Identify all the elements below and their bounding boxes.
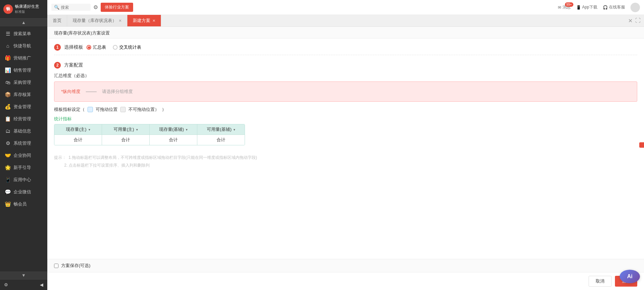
chevron-down-icon-3[interactable]: ▾ [233, 128, 235, 131]
right-expand-handle[interactable]: 展 [639, 142, 644, 148]
save-label: 方案保存(可选) [61, 263, 91, 269]
settings-icon[interactable]: ⚙ [93, 4, 98, 10]
step1-title: 1 选择模板 汇总表 交叉统计表 [54, 44, 637, 51]
search-input[interactable] [61, 5, 88, 10]
online-service-btn[interactable]: 🎧 在线客服 [603, 4, 625, 10]
messages-btn[interactable]: ✉ 消息 99+ [558, 4, 571, 10]
online-service-label: 在线客服 [609, 4, 625, 10]
tab-resize-icon[interactable]: ⛶ [635, 18, 641, 24]
tab-new-plan[interactable]: 新建方案 ✕ [127, 15, 161, 26]
sidebar-settings-icon[interactable]: ⚙ [4, 282, 8, 287]
stat-col-0-header[interactable]: 现存量(主) ▾ [54, 124, 102, 135]
radio-cross-circle [113, 45, 118, 50]
tab-inventory[interactable]: 现存量（库存状况表） ✕ [67, 15, 127, 26]
sidebar-item-purchase[interactable]: 🛍 采购管理 [0, 76, 47, 89]
sidebar-item-finance[interactable]: 💰 资金管理 [0, 101, 47, 113]
sidebar-item-marketing[interactable]: 🎁 营销推广 [0, 52, 47, 64]
dimension-required-label: 汇总维度（必选） [54, 73, 637, 79]
stat-col-3-header[interactable]: 可用量(基辅) ▾ [197, 124, 245, 135]
stat-col-1-header[interactable]: 可用量(主) ▾ [102, 124, 149, 135]
tip-text-2: 2. 点击标题栏下拉可设置排序、插入列和删除列 [54, 162, 637, 169]
inventory-icon: 📦 [5, 92, 11, 98]
immovable-tag [120, 107, 126, 112]
app-download-label: App下载 [582, 4, 597, 10]
sidebar-item-cooperation[interactable]: 🤝 企业协同 [0, 149, 47, 162]
ai-badge[interactable]: Ai [620, 270, 640, 283]
chevron-down-icon-1[interactable]: ▾ [136, 128, 138, 131]
chevron-down-icon-0[interactable]: ▾ [89, 128, 90, 131]
sidebar-item-appcenter[interactable]: 📱 应用中心 [0, 174, 47, 186]
stat-col-2-header[interactable]: 现存量(基辅) ▾ [150, 124, 197, 135]
stat-section: 统计指标 现存量(主) ▾ 合计 [54, 116, 637, 146]
step2-title: 2 方案配置 [54, 62, 637, 69]
stat-col-2: 现存量(基辅) ▾ 合计 [150, 124, 197, 145]
sidebar-item-management-label: 经营管理 [14, 116, 31, 122]
sidebar-item-search[interactable]: ☰ 搜索菜单 [0, 28, 47, 40]
sidebar-item-sysadmin[interactable]: ⚙ 系统管理 [0, 137, 47, 149]
chevron-down-icon-2[interactable]: ▾ [186, 128, 188, 131]
search-menu-icon: ☰ [5, 31, 11, 37]
sidebar-item-inventory[interactable]: 📦 库存核算 [0, 89, 47, 101]
sysadmin-icon: ⚙ [5, 140, 11, 146]
cooperation-icon: 🤝 [5, 152, 11, 159]
step1-badge: 1 [54, 44, 61, 51]
user-avatar[interactable] [630, 3, 640, 12]
stat-col-0: 现存量(主) ▾ 合计 [54, 124, 102, 145]
sidebar-collapse-icon[interactable]: ◀ [40, 282, 43, 287]
tips-section: 提示： 1.拖动标题栏可以调整布局，不可跨维度或指标区域拖动栏目字段(只能在同一… [54, 152, 637, 173]
template-radio-group: 汇总表 交叉统计表 [86, 44, 141, 50]
sidebar-item-basicinfo[interactable]: 🗂 基础信息 [0, 125, 47, 137]
tab-new-plan-close[interactable]: ✕ [152, 19, 155, 23]
sidebar-item-vip[interactable]: 👑 畅会员 [0, 198, 47, 210]
management-icon: 📋 [5, 116, 11, 122]
stat-col-0-cell: 合计 [54, 135, 102, 145]
tab-inventory-label: 现存量（库存状况表） [73, 18, 117, 24]
sidebar-item-quicknav[interactable]: ⌂ 快捷导航 [0, 40, 47, 52]
basicinfo-icon: 🗂 [5, 128, 11, 134]
tab-close-all-icon[interactable]: ✕ [628, 18, 633, 24]
tab-new-plan-label: 新建方案 [133, 18, 150, 24]
dimension-select-area[interactable]: *纵向维度 —— 请选择分组维度 [54, 81, 637, 102]
headset-icon: 🎧 [603, 5, 608, 10]
message-icon: ✉ [558, 5, 561, 10]
vertical-dim-label: *纵向维度 [61, 89, 80, 95]
industry-btn[interactable]: 体验行业方案 [101, 3, 133, 12]
indicator-title-text: 模板指标设定（ [54, 106, 85, 113]
tabs-actions: ✕ ⛶ [625, 18, 644, 24]
sidebar-item-newguide-label: 新手引导 [14, 165, 31, 171]
sidebar-logo: 畅 畅康通好生意 标准版 [0, 0, 47, 19]
save-checkbox[interactable] [54, 264, 58, 268]
tabs-bar: 首页 现存量（库存状况表） ✕ 新建方案 ✕ ✕ ⛶ [47, 15, 644, 27]
step1-divider [54, 55, 637, 55]
sidebar-item-marketing-label: 营销推广 [14, 55, 31, 61]
tab-inventory-close[interactable]: ✕ [119, 19, 122, 23]
sidebar-scroll-down[interactable]: ▼ [0, 271, 47, 279]
sidebar-item-vip-label: 畅会员 [14, 201, 27, 207]
page-breadcrumb: 现存量(库存状况表)方案设置 [47, 27, 644, 39]
radio-summary[interactable]: 汇总表 [86, 44, 106, 50]
wechat-icon: 💬 [5, 189, 11, 195]
app-download-btn[interactable]: 📱 App下载 [576, 4, 597, 10]
sidebar-item-sales[interactable]: 📊 销售管理 [0, 64, 47, 76]
sidebar-item-sysadmin-label: 系统管理 [14, 140, 31, 146]
stat-col-2-title: 现存量(基辅) [159, 126, 184, 132]
footer-buttons: 取消 查询 [47, 272, 644, 290]
stat-col-0-title: 现存量(主) [66, 126, 86, 132]
tip-text-1: 提示： 1.拖动标题栏可以调整布局，不可跨维度或指标区域拖动栏目字段(只能在同一… [54, 154, 637, 161]
stat-col-1-cell: 合计 [102, 135, 149, 145]
sidebar-item-newguide[interactable]: 🌟 新手引导 [0, 162, 47, 174]
dim-dash: —— [86, 89, 97, 95]
radio-cross[interactable]: 交叉统计表 [113, 44, 141, 50]
sidebar-item-appcenter-label: 应用中心 [14, 177, 31, 183]
sidebar-item-wechat[interactable]: 💬 企业微信 [0, 186, 47, 198]
sidebar-footer: ⚙ ◀ [0, 279, 47, 290]
tab-home[interactable]: 首页 [47, 15, 67, 26]
step1-label: 选择模板 [64, 44, 83, 50]
dimension-row: *纵向维度 —— 请选择分组维度 [61, 89, 630, 95]
sidebar-item-management[interactable]: 📋 经营管理 [0, 113, 47, 125]
search-box[interactable]: 🔍 [51, 4, 91, 11]
stat-col-2-cell: 合计 [150, 135, 197, 145]
sidebar-scroll-up[interactable]: ▲ [0, 19, 47, 26]
stat-label: 统计指标 [54, 116, 637, 122]
cancel-button[interactable]: 取消 [589, 276, 612, 287]
